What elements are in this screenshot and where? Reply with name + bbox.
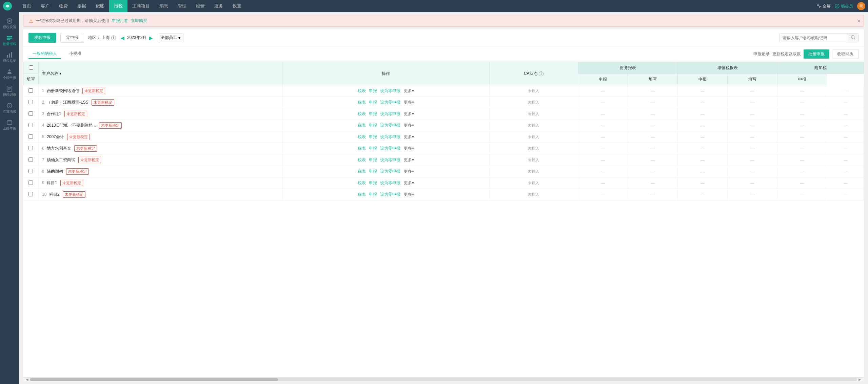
row-checkbox-6[interactable] <box>28 157 33 162</box>
search-icon[interactable] <box>848 34 858 42</box>
op-more[interactable]: 更多▾ <box>404 134 414 139</box>
op-declare[interactable]: 申报 <box>369 146 377 151</box>
nav-commerce[interactable]: 工商项目 <box>127 0 155 12</box>
sidebar-item-overview[interactable]: 报税总览 <box>0 49 19 66</box>
op-declare[interactable]: 申报 <box>369 123 377 128</box>
scroll-left-arrow[interactable]: ◀ <box>26 378 28 381</box>
op-zero-declare[interactable]: 设为零申报 <box>380 134 400 139</box>
op-tax-form[interactable]: 税表 <box>358 88 366 93</box>
op-declare[interactable]: 申报 <box>369 169 377 174</box>
op-tax-form[interactable]: 税表 <box>358 157 366 162</box>
sort-icon[interactable]: ▾ <box>59 71 61 76</box>
row-checkbox-0[interactable] <box>28 88 33 93</box>
region-value[interactable]: 上海 <box>102 35 110 41</box>
nav-settings[interactable]: 设置 <box>228 0 246 12</box>
sidebar-item-settlement[interactable]: ¥ 汇算清缴 <box>0 100 19 116</box>
row-checkbox-3[interactable] <box>28 123 33 127</box>
op-tax-form[interactable]: 税表 <box>358 111 366 116</box>
op-tax-form[interactable]: 税表 <box>358 123 366 128</box>
op-more[interactable]: 更多▾ <box>404 100 414 105</box>
nav-bookkeeping[interactable]: 记账 <box>91 0 109 12</box>
tab-zero-declaration[interactable]: 零申报 <box>60 33 84 43</box>
ca-info-icon[interactable]: ℹ <box>539 71 544 76</box>
row-checkbox-5[interactable] <box>28 146 33 150</box>
region-info-icon[interactable]: ℹ <box>111 36 116 40</box>
op-zero-declare[interactable]: 设为零申报 <box>380 123 400 128</box>
op-tax-form[interactable]: 税表 <box>358 180 366 185</box>
op-more[interactable]: 更多▾ <box>404 123 414 128</box>
row-checkbox-7[interactable] <box>28 169 33 173</box>
tab-tax-declaration[interactable]: 税款申报 <box>28 33 56 43</box>
op-zero-declare[interactable]: 设为零申报 <box>380 100 400 105</box>
nav-customer[interactable]: 客户 <box>36 0 54 12</box>
op-declare[interactable]: 申报 <box>369 88 377 93</box>
op-more[interactable]: 更多▾ <box>404 157 414 162</box>
op-tax-form[interactable]: 税表 <box>358 100 366 105</box>
op-declare[interactable]: 申报 <box>369 180 377 185</box>
nav-invoice[interactable]: 票据 <box>73 0 91 12</box>
row-checkbox-4[interactable] <box>28 134 33 139</box>
op-tax-form[interactable]: 税表 <box>358 169 366 174</box>
table-row: 7 杨仙女工资商试 未更新税定 税表 申报 设为零申报 更多▾ 未插入 — — … <box>23 154 864 166</box>
op-zero-declare[interactable]: 设为零申报 <box>380 88 400 93</box>
nav-fee[interactable]: 收费 <box>54 0 73 12</box>
nav-service[interactable]: 服务 <box>210 0 228 12</box>
row-checkbox-2[interactable] <box>28 111 33 116</box>
op-tax-form[interactable]: 税表 <box>358 192 366 197</box>
horizontal-scrollbar[interactable]: ◀ ▶ <box>23 377 864 381</box>
search-input[interactable] <box>780 34 848 42</box>
op-declare[interactable]: 申报 <box>369 134 377 139</box>
op-tax-form[interactable]: 税表 <box>358 146 366 151</box>
next-month-btn[interactable]: ▶ <box>149 35 154 41</box>
op-declare[interactable]: 申报 <box>369 157 377 162</box>
user-avatar[interactable]: 我 <box>857 2 865 10</box>
sidebar-item-tax-settings[interactable]: 报税设置 <box>0 15 19 32</box>
nav-operation[interactable]: 经营 <box>191 0 210 12</box>
op-zero-declare[interactable]: 设为零申报 <box>380 146 400 151</box>
op-more[interactable]: 更多▾ <box>404 88 414 93</box>
sidebar-item-record[interactable]: 报税记录 <box>0 83 19 100</box>
row-checkbox-8[interactable] <box>28 180 33 185</box>
member-btn[interactable]: 会 畅会员 <box>835 3 853 9</box>
retrieve-receipt-btn[interactable]: 收取回执 <box>832 49 859 59</box>
tab-general-taxpayer[interactable]: 一般的纳税人 <box>28 49 61 59</box>
employee-filter[interactable]: 全部员工 ▾ <box>158 33 183 42</box>
action-link-records[interactable]: 申报记录 <box>753 51 770 57</box>
row-checkbox-1[interactable] <box>28 100 33 104</box>
row-checkbox-9[interactable] <box>28 192 33 196</box>
op-tax-form[interactable]: 税表 <box>358 134 366 139</box>
sidebar-item-batch-tax[interactable]: 批量报税 <box>0 32 19 49</box>
action-link-update[interactable]: 更新税定及取数 <box>772 51 801 57</box>
banner-link-report[interactable]: 申报汇签 <box>112 18 128 24</box>
nav-home[interactable]: 首页 <box>18 0 36 12</box>
scrollbar-track[interactable] <box>30 378 857 381</box>
banner-link-buy[interactable]: 立即购买 <box>131 18 147 24</box>
nav-message[interactable]: 消息 <box>155 0 173 12</box>
row-financial-declare: — <box>628 97 678 108</box>
op-zero-declare[interactable]: 设为零申报 <box>380 192 400 197</box>
prev-month-btn[interactable]: ◀ <box>120 35 125 41</box>
op-declare[interactable]: 申报 <box>369 100 377 105</box>
sidebar-item-personal-tax[interactable]: 个税申报 <box>0 66 19 83</box>
op-more[interactable]: 更多▾ <box>404 192 414 197</box>
nav-tax[interactable]: 报税 <box>109 0 127 12</box>
select-all-checkbox[interactable] <box>29 65 33 70</box>
banner-close-btn[interactable]: ✕ <box>857 18 861 24</box>
op-declare[interactable]: 申报 <box>369 111 377 116</box>
op-zero-declare[interactable]: 设为零申报 <box>380 111 400 116</box>
nav-manage[interactable]: 管理 <box>173 0 191 12</box>
sidebar-item-annual-report[interactable]: 工商年报 <box>0 116 19 133</box>
fullscreen-btn[interactable]: 全屏 <box>817 3 831 9</box>
op-more[interactable]: 更多▾ <box>404 111 414 116</box>
op-zero-declare[interactable]: 设为零申报 <box>380 180 400 185</box>
op-declare[interactable]: 申报 <box>369 192 377 197</box>
scroll-right-arrow[interactable]: ▶ <box>859 378 861 381</box>
op-zero-declare[interactable]: 设为零申报 <box>380 157 400 162</box>
op-more[interactable]: 更多▾ <box>404 146 414 151</box>
batch-declare-btn[interactable]: 批量申报 <box>804 49 829 59</box>
op-more[interactable]: 更多▾ <box>404 169 414 174</box>
op-more[interactable]: 更多▾ <box>404 180 414 185</box>
op-zero-declare[interactable]: 设为零申报 <box>380 169 400 174</box>
tab-small-scale[interactable]: 小规模 <box>65 49 85 59</box>
scrollbar-thumb[interactable] <box>30 378 278 381</box>
